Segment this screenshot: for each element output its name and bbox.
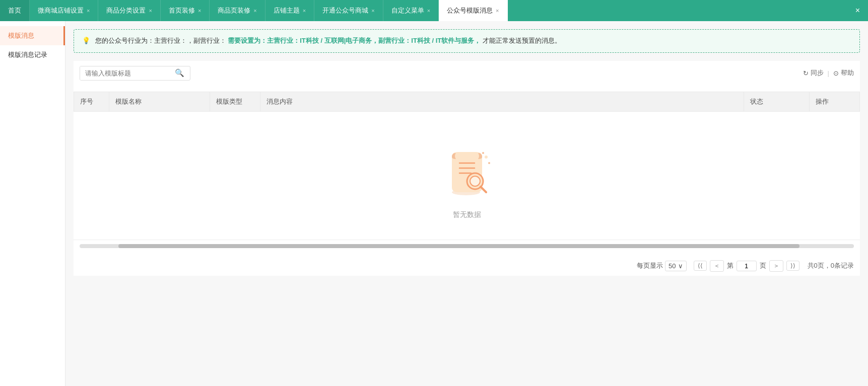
svg-point-8 bbox=[488, 162, 490, 164]
col-seq: 序号 bbox=[74, 92, 109, 111]
nav-close-template-msg[interactable]: × bbox=[496, 8, 499, 14]
toolbar-right: ↻ 同步 | ⊙ 帮助 bbox=[803, 68, 854, 78]
nav-item-custom-menu[interactable]: 自定义菜单 × bbox=[383, 0, 439, 21]
pagination: 每页显示 50 ∨ ⟨⟨ ＜ 第 页 ＞ ⟩⟩ 共0页，0条记录 bbox=[74, 256, 860, 276]
table-header-row: 序号 模版名称 模版类型 消息内容 状态 操作 bbox=[74, 92, 860, 111]
nav-item-category-settings[interactable]: 商品分类设置 × bbox=[98, 0, 160, 21]
nav-close-store-settings[interactable]: × bbox=[87, 8, 90, 14]
col-content: 消息内容 bbox=[260, 92, 744, 111]
nav-close-product-decoration[interactable]: × bbox=[253, 8, 256, 14]
nav-label-home-decoration: 首页装修 bbox=[169, 6, 195, 15]
nav-label-product-decoration: 商品页装修 bbox=[218, 6, 250, 15]
nav-label-template-msg: 公众号模版消息 bbox=[447, 6, 493, 15]
toolbar-divider: | bbox=[828, 69, 829, 77]
content-area: 💡 您的公众号行业为：主营行业：，副营行业： 需要设置为：主营行业：IT科技 /… bbox=[65, 21, 868, 386]
nav-item-store-theme[interactable]: 店铺主题 × bbox=[265, 0, 314, 21]
page-size-label: 每页显示 bbox=[637, 261, 663, 270]
search-input[interactable] bbox=[80, 66, 171, 80]
sidebar-label-template-msg-record: 模版消息记录 bbox=[8, 51, 47, 58]
nav-close-category-settings[interactable]: × bbox=[149, 8, 152, 14]
next-page-button[interactable]: ＞ bbox=[769, 260, 783, 272]
search-input-wrap: 🔍 bbox=[80, 66, 190, 81]
notice-bulb-icon: 💡 bbox=[82, 37, 90, 44]
sync-label: 同步 bbox=[811, 68, 824, 78]
col-action: 操作 bbox=[810, 92, 860, 111]
top-navigation: 首页 微商城店铺设置 × 商品分类设置 × 首页装修 × 商品页装修 × 店铺主… bbox=[0, 0, 868, 21]
page-label-prefix: 第 bbox=[727, 261, 733, 270]
nav-item-home[interactable]: 首页 bbox=[0, 0, 30, 21]
sidebar-label-template-msg: 模版消息 bbox=[8, 32, 34, 39]
col-type: 模版类型 bbox=[210, 92, 260, 111]
horizontal-scrollbar[interactable] bbox=[80, 244, 854, 248]
page-size-value: 50 bbox=[669, 262, 676, 270]
total-info: 共0页，0条记录 bbox=[808, 261, 854, 270]
empty-illustration bbox=[437, 142, 497, 202]
notice-suffix-text: 才能正常发送预置的消息。 bbox=[483, 37, 561, 44]
svg-point-9 bbox=[482, 152, 484, 154]
page-number-input[interactable] bbox=[737, 261, 757, 271]
scrollbar-thumb[interactable] bbox=[118, 244, 800, 248]
empty-text: 暂无数据 bbox=[453, 210, 481, 219]
nav-item-product-decoration[interactable]: 商品页装修 × bbox=[210, 0, 265, 21]
close-all-icon: × bbox=[855, 6, 860, 15]
prev-page-button[interactable]: ＜ bbox=[710, 260, 724, 272]
search-bar: 🔍 ↻ 同步 | ⊙ 帮助 bbox=[74, 61, 860, 86]
nav-label-custom-menu: 自定义菜单 bbox=[391, 6, 424, 15]
svg-point-7 bbox=[485, 156, 488, 159]
nav-item-open-mall[interactable]: 开通公众号商城 × bbox=[314, 0, 383, 21]
empty-row: 暂无数据 bbox=[74, 111, 860, 240]
page-label-suffix: 页 bbox=[760, 261, 766, 270]
help-button[interactable]: ⊙ 帮助 bbox=[833, 68, 854, 78]
nav-label-open-mall: 开通公众号商城 bbox=[322, 6, 368, 15]
chevron-down-icon: ∨ bbox=[678, 262, 683, 270]
nav-label-category-settings: 商品分类设置 bbox=[106, 6, 146, 15]
empty-state: 暂无数据 bbox=[74, 112, 860, 240]
nav-close-all-button[interactable]: × bbox=[847, 0, 868, 21]
sync-icon: ↻ bbox=[803, 69, 809, 77]
scroll-bar-area bbox=[74, 240, 860, 256]
notice-banner: 💡 您的公众号行业为：主营行业：，副营行业： 需要设置为：主营行业：IT科技 /… bbox=[74, 29, 860, 53]
help-label: 帮助 bbox=[841, 68, 854, 78]
sync-button[interactable]: ↻ 同步 bbox=[803, 68, 824, 78]
first-page-button[interactable]: ⟨⟨ bbox=[694, 261, 707, 271]
nav-item-store-settings[interactable]: 微商城店铺设置 × bbox=[30, 0, 98, 21]
nav-label-store-theme: 店铺主题 bbox=[274, 6, 300, 15]
last-page-button[interactable]: ⟩⟩ bbox=[786, 261, 799, 271]
help-icon: ⊙ bbox=[833, 69, 839, 77]
page-size-select: 每页显示 50 ∨ bbox=[637, 261, 686, 271]
nav-close-open-mall[interactable]: × bbox=[371, 8, 374, 14]
nav-close-store-theme[interactable]: × bbox=[303, 8, 306, 14]
col-name: 模版名称 bbox=[109, 92, 210, 111]
nav-label-home: 首页 bbox=[8, 6, 21, 15]
main-layout: 模版消息 模版消息记录 💡 您的公众号行业为：主营行业：，副营行业： 需要设置为… bbox=[0, 21, 868, 386]
svg-point-5 bbox=[470, 176, 480, 186]
nav-close-custom-menu[interactable]: × bbox=[427, 8, 430, 14]
search-icon: 🔍 bbox=[175, 68, 184, 77]
data-table: 序号 模版名称 模版类型 消息内容 状态 操作 bbox=[74, 92, 860, 240]
nav-item-template-msg[interactable]: 公众号模版消息 × bbox=[439, 0, 507, 21]
nav-label-store-settings: 微商城店铺设置 bbox=[38, 6, 84, 15]
notice-highlight-text: 需要设置为：主营行业：IT科技 / 互联网|电子商务，副营行业：IT科技 / I… bbox=[228, 37, 481, 44]
page-size-dropdown[interactable]: 50 ∨ bbox=[665, 261, 686, 271]
notice-prefix-text: 您的公众号行业为：主营行业：，副营行业： bbox=[95, 37, 226, 44]
nav-item-home-decoration[interactable]: 首页装修 × bbox=[161, 0, 210, 21]
sidebar-item-template-msg[interactable]: 模版消息 bbox=[0, 26, 65, 45]
sidebar-item-template-msg-record[interactable]: 模版消息记录 bbox=[0, 45, 65, 64]
table-wrapper: 🔍 ↻ 同步 | ⊙ 帮助 bbox=[74, 61, 860, 276]
sidebar: 模版消息 模版消息记录 bbox=[0, 21, 65, 386]
search-button[interactable]: 🔍 bbox=[171, 68, 188, 78]
nav-close-home-decoration[interactable]: × bbox=[198, 8, 201, 14]
col-status: 状态 bbox=[744, 92, 810, 111]
